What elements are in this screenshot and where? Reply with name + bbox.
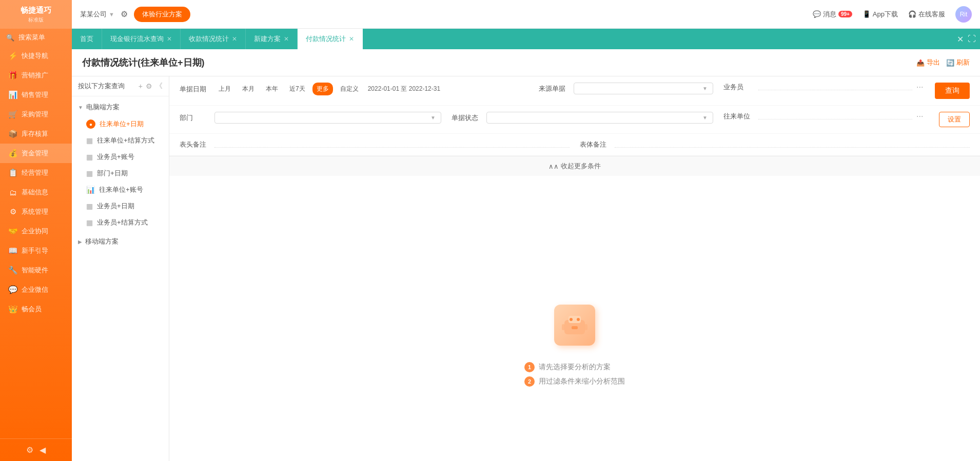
inventory-icon: 📦 <box>8 129 17 138</box>
dropdown-icon[interactable]: ▼ <box>109 11 114 17</box>
date-label: 单据日期 <box>180 85 210 94</box>
export-button[interactable]: 📤 导出 <box>916 58 940 67</box>
tabs-bar: 首页 现金银行流水查询 ✕ 收款情况统计 ✕ 新建方案 ✕ 付款情况统计 ✕ ✕… <box>72 29 980 49</box>
scheme-settings-icon[interactable]: ⚙ <box>146 82 152 90</box>
sidebar-item-base-info[interactable]: 🗂 基础信息 <box>0 183 72 202</box>
partner-label: 往来单位 <box>723 112 754 121</box>
source-voucher-select[interactable]: ▼ <box>574 83 713 94</box>
filter-actions-row1: 查询 <box>908 83 970 99</box>
settings-button[interactable]: 设置 <box>939 112 970 127</box>
date-btn-this-year[interactable]: 本年 <box>262 83 282 95</box>
scheme-icon-6: ▦ <box>86 218 93 227</box>
scheme-item-partner-account[interactable]: 📊 往来单位+账号 <box>72 182 169 198</box>
tab-payment-stats[interactable]: 付款情况统计 ✕ <box>298 29 363 49</box>
date-control: 上月 本月 本年 近7天 更多 自定义 2022-01-01 至 2022-12… <box>214 83 528 95</box>
refresh-button[interactable]: 🔄 刷新 <box>946 58 970 67</box>
online-service-button[interactable]: 🎧 在线客服 <box>908 10 945 19</box>
sidebar: 畅捷通巧 标准版 🔍 搜索菜单 ⚡ 快捷导航 🎁 营销推广 📊 销售管理 🛒 采… <box>0 0 72 461</box>
scheme-item-salesman-settlement[interactable]: ▦ 业务员+结算方式 <box>72 214 169 231</box>
scheme-panel-header: 按以下方案查询 + ⚙ 《 <box>72 76 169 96</box>
messages-button[interactable]: 💬 消息 99+ <box>813 10 852 19</box>
scheme-panel-title: 按以下方案查询 <box>78 82 125 91</box>
scheme-item-dept-date[interactable]: ▦ 部门+日期 <box>72 165 169 182</box>
close-all-tabs-icon[interactable]: ✕ <box>957 34 964 44</box>
page-title: 付款情况统计(往来单位+日期) <box>82 56 205 69</box>
mobile-scheme-group: ▶ 移动端方案 <box>72 233 169 250</box>
body-notes-input[interactable] <box>615 142 970 148</box>
header: 某某公司 ▼ ⚙ 体验行业方案 💬 消息 99+ 📱 App下载 🎧 在线客服 … <box>72 0 980 29</box>
robot-icon <box>554 305 595 346</box>
main-content: 付款情况统计(往来单位+日期) 📤 导出 🔄 刷新 按以下方案查询 + ⚙ 《 <box>72 49 980 461</box>
sidebar-item-member[interactable]: 👑 畅会员 <box>0 299 72 319</box>
header-gear-icon[interactable]: ⚙ <box>121 9 128 19</box>
tab-receipt-stats[interactable]: 收款情况统计 ✕ <box>181 29 246 49</box>
system-icon: ⚙ <box>8 207 17 216</box>
sidebar-item-quick-nav[interactable]: ⚡ 快捷导航 <box>0 46 72 66</box>
tab-home[interactable]: 首页 <box>72 29 102 49</box>
collapse-scheme-icon[interactable]: 《 <box>155 82 163 91</box>
dept-select[interactable]: ▼ <box>214 112 441 124</box>
scheme-icon-2: ▦ <box>86 153 93 161</box>
partner-input[interactable] <box>758 114 912 119</box>
scheme-item-partner-settlement[interactable]: ▦ 往来单位+结算方式 <box>72 132 169 149</box>
message-icon: 💬 <box>813 10 821 18</box>
step-num-1: 1 <box>524 362 535 372</box>
query-button[interactable]: 查询 <box>935 83 970 99</box>
date-btn-more[interactable]: 更多 <box>312 83 333 95</box>
scheme-item-partner-date[interactable]: ● 往来单位+日期 <box>72 116 169 132</box>
search-icon: 🔍 <box>6 34 14 42</box>
sidebar-item-finance[interactable]: 💰 资金管理 <box>0 144 72 163</box>
sidebar-item-operation[interactable]: 📋 经营管理 <box>0 163 72 183</box>
add-scheme-icon[interactable]: + <box>139 82 143 90</box>
result-area: 1 请先选择要分析的方案 2 用过滤条件来缩小分析范围 <box>169 230 980 461</box>
settings-bottom-icon[interactable]: ⚙ <box>26 445 33 455</box>
collapse-filter-button[interactable]: ∧∧ 收起更多条件 <box>169 156 980 176</box>
source-voucher-arrow: ▼ <box>702 86 708 91</box>
sidebar-item-system[interactable]: ⚙ 系统管理 <box>0 202 72 222</box>
sidebar-logo[interactable]: 畅捷通巧 标准版 <box>0 0 72 29</box>
svg-point-2 <box>570 318 573 321</box>
sidebar-item-weixin[interactable]: 💬 企业微信 <box>0 280 72 299</box>
svg-point-3 <box>577 318 580 321</box>
filter-row-2: 部门 ▼ 单据状态 ▼ 往来单位 <box>169 106 980 134</box>
scheme-icon-5: ▦ <box>86 202 93 210</box>
voucher-status-select[interactable]: ▼ <box>486 112 713 124</box>
member-icon: 👑 <box>8 305 17 314</box>
header-notes-input[interactable] <box>214 142 570 148</box>
pc-scheme-group-header[interactable]: ▼ 电脑端方案 <box>72 98 169 116</box>
sidebar-item-inventory[interactable]: 📦 库存核算 <box>0 124 72 144</box>
header-notes-label: 表头备注 <box>180 140 210 149</box>
date-btn-custom[interactable]: 自定义 <box>336 83 363 95</box>
mobile-scheme-group-header[interactable]: ▶ 移动端方案 <box>72 233 169 250</box>
sidebar-item-guide[interactable]: 📖 新手引导 <box>0 241 72 260</box>
sidebar-item-hardware[interactable]: 🔧 智能硬件 <box>0 260 72 280</box>
date-btn-last-month[interactable]: 上月 <box>214 83 235 95</box>
sidebar-item-enterprise[interactable]: 🤝 企业协同 <box>0 222 72 241</box>
filter-partner: 往来单位 ··· <box>723 112 898 121</box>
trial-industry-button[interactable]: 体验行业方案 <box>134 7 190 22</box>
scheme-item-salesman-account[interactable]: ▦ 业务员+账号 <box>72 149 169 165</box>
date-btn-this-month[interactable]: 本月 <box>238 83 259 95</box>
tab-close-bank-flow[interactable]: ✕ <box>167 35 172 43</box>
sidebar-item-marketing[interactable]: 🎁 营销推广 <box>0 66 72 85</box>
header-left: 某某公司 ▼ ⚙ 体验行业方案 <box>80 7 190 22</box>
collapse-sidebar-icon[interactable]: ◀ <box>40 445 46 455</box>
business-person-input[interactable] <box>758 85 912 90</box>
tab-close-new-scheme[interactable]: ✕ <box>284 35 289 43</box>
tab-new-scheme[interactable]: 新建方案 ✕ <box>246 29 298 49</box>
tab-bank-flow[interactable]: 现金银行流水查询 ✕ <box>102 29 181 49</box>
tab-close-receipt-stats[interactable]: ✕ <box>232 35 237 43</box>
app-download-button[interactable]: 📱 App下载 <box>863 10 898 19</box>
collapse-up-icon: ∧∧ <box>548 163 559 170</box>
user-avatar[interactable]: Rit <box>955 6 972 23</box>
sidebar-search[interactable]: 🔍 搜索菜单 <box>0 29 72 46</box>
tab-close-payment-stats[interactable]: ✕ <box>349 35 354 43</box>
sidebar-item-purchase[interactable]: 🛒 采购管理 <box>0 105 72 124</box>
sidebar-item-sales[interactable]: 📊 销售管理 <box>0 85 72 105</box>
user-info[interactable]: 某某公司 ▼ <box>80 10 114 19</box>
scheme-item-salesman-date[interactable]: ▦ 业务员+日期 <box>72 198 169 214</box>
date-btn-last-7-days[interactable]: 近7天 <box>285 83 309 95</box>
voucher-status-label: 单据状态 <box>452 113 482 123</box>
step-num-2: 2 <box>524 376 535 387</box>
fullscreen-icon[interactable]: ⛶ <box>968 34 976 44</box>
